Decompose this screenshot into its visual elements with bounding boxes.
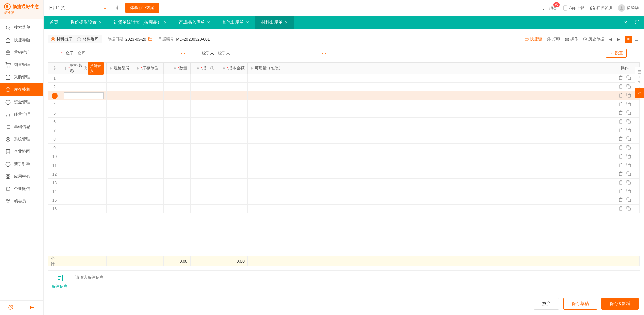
nav-money[interactable]: 资金管理 bbox=[0, 96, 43, 108]
message-button[interactable]: 消息 70 bbox=[542, 5, 557, 11]
copy-row-icon[interactable] bbox=[626, 171, 631, 177]
nav-chart[interactable]: 经营管理 bbox=[0, 108, 43, 121]
col-spec[interactable]: ▲▼ 规格型号 bbox=[107, 63, 133, 74]
table-row[interactable]: 2 bbox=[48, 83, 640, 91]
scan-button[interactable]: 扫码录入 bbox=[88, 62, 104, 75]
doc-date-field[interactable]: 单据日期 2023-03-20 bbox=[107, 36, 153, 42]
print-button[interactable]: 打印 bbox=[547, 36, 560, 42]
download-button[interactable]: App下载 bbox=[562, 5, 584, 11]
nav-circle[interactable]: 系统管理 bbox=[0, 133, 43, 145]
remark-input[interactable] bbox=[71, 271, 640, 293]
delete-row-icon[interactable] bbox=[618, 93, 623, 99]
nav-bag[interactable]: 采购管理 bbox=[0, 71, 43, 83]
tab[interactable]: 进货单统计表（按商品）✕ bbox=[108, 16, 173, 29]
radio-material-out[interactable]: 材料出库 bbox=[51, 36, 72, 42]
delete-row-icon[interactable] bbox=[618, 206, 623, 212]
copy-row-icon[interactable] bbox=[626, 189, 631, 194]
next-doc-button[interactable]: ▶ bbox=[617, 37, 620, 42]
copy-row-icon[interactable] bbox=[626, 180, 631, 186]
table-row[interactable]: 5 bbox=[48, 109, 640, 118]
side-tool-1[interactable]: ▤ bbox=[635, 67, 644, 76]
table-row[interactable]: 9 bbox=[48, 144, 640, 152]
nav-chat[interactable]: 企业微信 bbox=[0, 183, 43, 195]
delete-row-icon[interactable] bbox=[618, 197, 623, 203]
user-menu[interactable]: 徐泽华 bbox=[618, 4, 639, 12]
delete-row-icon[interactable] bbox=[618, 128, 623, 133]
table-row[interactable]: 6 bbox=[48, 118, 640, 126]
col-qty[interactable]: ▲▼ *数量 bbox=[164, 63, 191, 74]
col-available[interactable]: ▲▼ 可用量（包装） bbox=[248, 63, 609, 74]
tab-close-button[interactable]: ✕ bbox=[621, 18, 630, 27]
tab[interactable]: 售价提取设置✕ bbox=[64, 16, 108, 29]
copy-row-icon[interactable] bbox=[626, 102, 631, 107]
nav-cart[interactable]: 销售管理 bbox=[0, 59, 43, 71]
close-icon[interactable]: ✕ bbox=[164, 20, 167, 25]
delete-row-icon[interactable] bbox=[618, 119, 623, 125]
col-amount[interactable]: ▲▼ *成本金额 bbox=[217, 63, 248, 74]
shortcut-button[interactable]: 快捷键 bbox=[525, 36, 542, 42]
copy-row-icon[interactable] bbox=[626, 128, 631, 133]
copy-row-icon[interactable] bbox=[626, 136, 631, 142]
nav-list[interactable]: 基础信息 bbox=[0, 121, 43, 133]
table-row[interactable]: 14 bbox=[48, 187, 640, 196]
nav-gift[interactable]: 营销推广 bbox=[0, 46, 43, 59]
tab[interactable]: 材料出库单✕ bbox=[255, 16, 294, 29]
delete-row-icon[interactable] bbox=[618, 145, 623, 151]
nav-vip[interactable]: 畅会员 bbox=[0, 195, 43, 207]
nav-guide[interactable]: 新手引导 bbox=[0, 158, 43, 170]
delete-row-icon[interactable] bbox=[618, 171, 623, 177]
delete-row-icon[interactable] bbox=[618, 84, 623, 90]
view-list-button[interactable]: ≡ bbox=[625, 36, 632, 43]
support-button[interactable]: 在线客服 bbox=[590, 5, 612, 11]
help-icon[interactable]: ? bbox=[210, 66, 214, 70]
col-cost[interactable]: ▲▼ *成... ? bbox=[191, 63, 217, 74]
copy-row-icon[interactable] bbox=[626, 197, 631, 203]
tab[interactable]: 产成品入库单✕ bbox=[173, 16, 216, 29]
close-icon[interactable]: ✕ bbox=[285, 20, 288, 25]
save-button[interactable]: 保存&新增 bbox=[601, 298, 639, 310]
copy-row-icon[interactable] bbox=[626, 206, 631, 212]
topbar-gear-icon[interactable] bbox=[113, 4, 121, 12]
material-input[interactable] bbox=[64, 92, 104, 99]
side-tool-3[interactable]: ⤢ bbox=[635, 88, 644, 98]
radio-material-return[interactable]: 材料退库 bbox=[77, 36, 99, 42]
table-row[interactable]: 8 bbox=[48, 135, 640, 144]
operations-button[interactable]: 操作 bbox=[565, 36, 578, 42]
close-icon[interactable]: ✕ bbox=[246, 20, 249, 25]
sidebar-collapse-icon[interactable] bbox=[30, 305, 35, 311]
col-settings[interactable] bbox=[48, 63, 61, 74]
table-row[interactable]: 1 bbox=[48, 74, 640, 83]
copy-row-icon[interactable] bbox=[626, 163, 631, 168]
copy-row-icon[interactable] bbox=[626, 154, 631, 160]
category-select[interactable]: 日用百货 ⌄ bbox=[49, 4, 109, 12]
delete-row-icon[interactable] bbox=[618, 189, 623, 194]
settings-button[interactable]: 设置 bbox=[606, 49, 627, 58]
warehouse-more-icon[interactable]: ⋯ bbox=[181, 51, 185, 56]
tab[interactable]: 其他出库单✕ bbox=[216, 16, 255, 29]
copy-row-icon[interactable] bbox=[626, 84, 631, 90]
nav-app[interactable]: 应用中心 bbox=[0, 170, 43, 183]
tab-expand-button[interactable]: ⛶ bbox=[633, 18, 641, 27]
nav-search[interactable]: 搜索菜单 bbox=[0, 21, 43, 34]
help-icon[interactable]: ? bbox=[84, 66, 87, 70]
table-row[interactable]: 11 bbox=[48, 161, 640, 170]
add-row-button[interactable]: + bbox=[52, 93, 58, 99]
delete-row-icon[interactable] bbox=[618, 154, 623, 160]
table-row[interactable]: 7 bbox=[48, 126, 640, 135]
draft-button[interactable]: 保存草稿 bbox=[563, 298, 597, 310]
delete-row-icon[interactable] bbox=[618, 163, 623, 168]
cta-button[interactable]: 体验行业方案 bbox=[125, 3, 159, 13]
copy-row-icon[interactable] bbox=[626, 145, 631, 151]
nav-home[interactable]: 快捷导航 bbox=[0, 34, 43, 46]
close-icon[interactable]: ✕ bbox=[99, 20, 102, 25]
nav-book[interactable]: 企业协同 bbox=[0, 145, 43, 158]
delete-row-icon[interactable] bbox=[618, 102, 623, 107]
table-row[interactable]: 13 bbox=[48, 179, 640, 187]
table-row[interactable]: 4 bbox=[48, 100, 640, 109]
warehouse-input[interactable] bbox=[76, 49, 183, 57]
side-tool-2[interactable]: ✎ bbox=[635, 78, 644, 87]
prev-doc-button[interactable]: ◀ bbox=[609, 37, 612, 42]
handler-more-icon[interactable]: ⋯ bbox=[322, 51, 326, 56]
table-row[interactable]: + bbox=[48, 91, 640, 100]
copy-row-icon[interactable] bbox=[626, 119, 631, 125]
